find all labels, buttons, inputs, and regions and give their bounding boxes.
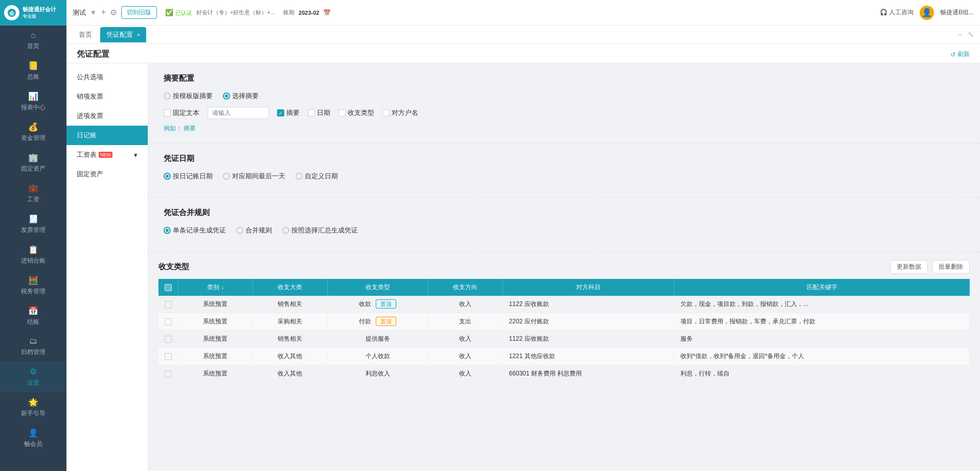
dropdown-arrow-icon[interactable]: ▼ — [90, 9, 97, 16]
period-label: 账期 — [283, 9, 294, 16]
sidebar-item-salary[interactable]: 💼 工资 — [0, 178, 66, 209]
left-nav-journal[interactable]: 日记账 — [66, 126, 148, 145]
sidebar-item-trade[interactable]: 📋 进销台账 — [0, 240, 66, 270]
sidebar-item-home[interactable]: ⌂ 首页 — [0, 26, 66, 56]
radio-dot-journal — [164, 173, 171, 180]
radio-dot-single — [164, 227, 171, 234]
tab-close-icon[interactable]: × — [137, 32, 140, 38]
select-all-checkbox[interactable] — [165, 284, 172, 291]
sidebar-item-ledger[interactable]: 📒 总账 — [0, 56, 66, 86]
sidebar-item-guide[interactable]: 🌟 新手引导 — [0, 392, 66, 423]
radio-template-summary[interactable]: 按模板版摘要 — [164, 91, 213, 101]
topbar: 测试 ▼ + ⚙ 切到旧版 ✅ 已认证 好会计（专）+好生意（标）+... 账期… — [66, 0, 980, 26]
help-button[interactable]: 🎧 人工咨询 — [880, 8, 914, 17]
checkbox-fixed-text[interactable]: 固定文本 — [164, 108, 199, 117]
left-nav-public[interactable]: 公共选项 — [66, 67, 148, 87]
checkbox-box-income-type — [338, 109, 346, 116]
checkbox-date[interactable]: 日期 — [308, 108, 330, 117]
left-nav: 公共选项 销项发票 进项发票 日记账 工资表 NEW ▾ 固定资产 — [66, 63, 148, 471]
checkbox-counterparty[interactable]: 对方户名 — [382, 108, 418, 117]
td-subject: 1221 其他应收款 — [503, 348, 674, 365]
td-type: 收款 置顶 — [327, 296, 428, 313]
td-category: 系统预置 — [178, 348, 253, 365]
left-nav-fixed-assets[interactable]: 固定资产 — [66, 164, 148, 184]
tab-voucher-config[interactable]: 凭证配置 × — [100, 27, 146, 42]
td-keywords: 服务 — [674, 331, 970, 348]
batch-delete-button[interactable]: 批量删除 — [932, 260, 970, 274]
minimize-icon[interactable]: － — [956, 30, 964, 39]
table-row: 系统预置 销售相关 收款 置顶 收入 1122 应收账款 欠款，现金，项目款，到… — [158, 296, 970, 313]
add-icon[interactable]: + — [101, 7, 106, 18]
th-type: 收支类型 — [327, 279, 428, 296]
radio-single-record[interactable]: 单条记录生成凭证 — [164, 226, 226, 235]
checkbox-summary[interactable]: 摘要 — [277, 108, 300, 117]
merge-title: 凭证合并规则 — [164, 208, 965, 218]
sidebar-item-reports[interactable]: 📊 报表中心 — [0, 86, 66, 117]
sidebar-item-label: 工资 — [27, 195, 39, 204]
left-nav-sales-invoice[interactable]: 销项发票 — [66, 87, 148, 106]
company-name: 测试 — [73, 8, 86, 17]
tab-home[interactable]: 首页 — [73, 27, 98, 42]
checkbox-income-type[interactable]: 收支类型 — [338, 108, 374, 117]
switch-version-button[interactable]: 切到旧版 — [121, 6, 157, 19]
radio-custom-date[interactable]: 自定义日期 — [295, 172, 338, 181]
pin-tag-2[interactable]: 置顶 — [376, 317, 396, 326]
td-direction: 收入 — [428, 365, 503, 383]
sidebar-item-label: 总账 — [27, 73, 39, 81]
sidebar: 会 畅捷通好会计 专业版 ⌂ 首页 📒 总账 📊 报表中心 💰 资金管理 🏢 固… — [0, 0, 66, 471]
page-inner: 公共选项 销项发票 进项发票 日记账 工资表 NEW ▾ 固定资产 — [66, 63, 980, 471]
fixed-text-input[interactable] — [208, 107, 269, 119]
th-big-type: 收支大类 — [253, 279, 327, 296]
sidebar-item-label: 固定资产 — [21, 164, 45, 173]
sidebar-item-label: 报表中心 — [21, 103, 45, 112]
checkbox-box-fixed — [164, 109, 171, 116]
row-checkbox-1[interactable] — [165, 301, 172, 308]
row-checkbox-2[interactable] — [165, 318, 172, 325]
config-scroll: 摘要配置 按模板版摘要 选择摘要 — [148, 63, 980, 471]
td-type: 提供服务 — [327, 331, 428, 348]
update-data-button[interactable]: 更新数据 — [890, 260, 928, 274]
td-big-type: 销售相关 — [253, 331, 327, 348]
table-header-row: 收支类型 更新数据 批量删除 — [158, 260, 970, 274]
sidebar-item-archive[interactable]: 🗂 归档管理 — [0, 332, 66, 362]
user-avatar[interactable]: 👤 — [920, 6, 934, 20]
sidebar-item-invoice[interactable]: 🧾 发票管理 — [0, 209, 66, 240]
td-direction: 支出 — [428, 313, 503, 331]
maximize-icon[interactable]: ⤡ — [968, 30, 974, 39]
sidebar-item-member[interactable]: 👤 畅会员 — [0, 423, 66, 454]
row-checkbox-4[interactable] — [165, 353, 172, 360]
page-title: 凭证配置 — [77, 49, 109, 60]
radio-dot-custom — [295, 173, 303, 180]
certified-label: 已认证 — [175, 10, 192, 16]
checkbox-box-summary — [277, 109, 284, 116]
app-name: 畅捷通好会计 — [22, 6, 56, 13]
radio-merge-rule[interactable]: 合并规则 — [236, 226, 272, 235]
td-category: 系统预置 — [178, 313, 253, 331]
sidebar-item-close[interactable]: 📅 结账 — [0, 301, 66, 332]
radio-journal-date[interactable]: 按日记账日期 — [164, 172, 213, 181]
settings-gear-icon[interactable]: ⚙ — [110, 8, 117, 17]
sidebar-item-settings[interactable]: ⚙ 设置 — [0, 362, 66, 392]
td-subject: 1122 应收账款 — [503, 296, 674, 313]
radio-total-generate[interactable]: 按照选择汇总生成凭证 — [282, 226, 358, 235]
summary-checkbox-row: 固定文本 摘要 日期 收支类型 — [164, 107, 965, 119]
pin-tag-1[interactable]: 置顶 — [376, 299, 396, 309]
refresh-button[interactable]: ↺ 刷新 — [950, 50, 970, 59]
sidebar-item-fixed-assets[interactable]: 🏢 固定资产 — [0, 148, 66, 178]
radio-period-last-day[interactable]: 对应期间最后一天 — [223, 172, 285, 181]
sidebar-item-tax[interactable]: 🧮 税务管理 — [0, 270, 66, 301]
calendar-icon[interactable]: 📅 — [323, 9, 331, 16]
radio-select-summary[interactable]: 选择摘要 — [223, 91, 259, 101]
left-nav-payroll[interactable]: 工资表 NEW ▾ — [66, 145, 148, 164]
th-direction: 收支方向 — [428, 279, 503, 296]
home-icon: ⌂ — [31, 31, 36, 40]
invoice-icon: 🧾 — [28, 214, 38, 224]
reports-icon: 📊 — [28, 91, 38, 101]
row-checkbox-5[interactable] — [165, 370, 172, 378]
page-wrapper: 首页 凭证配置 × － ⤡ 凭证配置 ↺ 刷新 公共选项 — [66, 26, 980, 471]
date-radio-group: 按日记账日期 对应期间最后一天 自定义日期 — [164, 172, 965, 181]
sidebar-item-funds[interactable]: 💰 资金管理 — [0, 117, 66, 148]
row-checkbox-3[interactable] — [165, 336, 172, 343]
left-nav-purchase-invoice[interactable]: 进项发票 — [66, 106, 148, 126]
summary-section: 摘要配置 按模板版摘要 选择摘要 — [148, 63, 980, 144]
